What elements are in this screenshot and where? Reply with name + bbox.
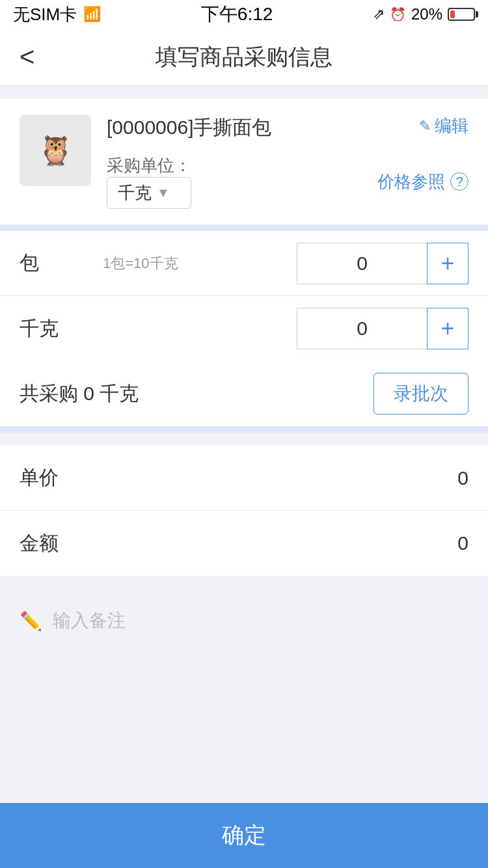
bag-plus-button[interactable]: + (427, 243, 468, 284)
product-thumbnail: 🦉 (20, 115, 91, 186)
edit-button[interactable]: ✎ 编辑 (419, 115, 468, 137)
kg-label: 千克 (20, 316, 98, 342)
product-name: [0000006]手撕面包 (107, 115, 419, 141)
summary-text: 共采购 0 千克 (20, 381, 139, 407)
price-reference-button[interactable]: 价格参照 ? (377, 170, 468, 193)
battery-icon (448, 8, 475, 21)
bag-quantity-input[interactable] (297, 243, 427, 284)
status-left: 无SIM卡 📶 (13, 3, 101, 26)
battery-percent: 20% (411, 5, 442, 23)
amount-value: 0 (457, 532, 468, 554)
nav-bar: < 填写商品采购信息 (0, 29, 488, 86)
section-divider-1 (0, 224, 488, 231)
product-unit-row: 采购单位： 千克 ▼ 价格参照 ? (107, 154, 468, 209)
section-divider-2 (0, 426, 488, 433)
remark-section[interactable]: ✏️ 输入备注 (0, 589, 488, 653)
edit-label: 编辑 (435, 115, 468, 137)
bag-label: 包 (20, 250, 98, 277)
unit-price-value: 0 (457, 467, 468, 489)
product-logo-icon: 🦉 (38, 133, 74, 167)
status-time: 下午6:12 (201, 2, 273, 27)
status-right: ⇗ ⏰ 20% (373, 5, 475, 23)
battery-fill (450, 10, 455, 18)
wifi-icon: 📶 (83, 6, 101, 23)
kg-quantity-input[interactable] (297, 308, 427, 349)
plus-icon-2: + (441, 315, 454, 342)
summary-row: 共采购 0 千克 录批次 (0, 361, 488, 426)
location-icon: ⇗ (373, 6, 385, 23)
bag-input-right: + (297, 243, 468, 284)
kg-input-row: 千克 + (0, 296, 488, 361)
back-button[interactable]: < (20, 42, 34, 72)
unit-label: 采购单位： 千克 ▼ (107, 154, 191, 209)
price-section: 单价 0 金额 0 (0, 446, 488, 576)
amount-row: 金额 0 (0, 511, 488, 576)
bag-sublabel: 1包=10千克 (103, 254, 178, 273)
kg-input-right: + (297, 308, 468, 349)
help-icon: ? (450, 172, 468, 191)
edit-icon: ✎ (419, 118, 431, 135)
unit-price-label: 单价 (20, 465, 59, 491)
pencil-icon: ✏️ (20, 610, 42, 632)
alarm-icon: ⏰ (390, 7, 406, 22)
remark-placeholder: 输入备注 (53, 608, 126, 633)
dropdown-arrow-icon: ▼ (157, 185, 170, 200)
product-card: 🦉 [0000006]手撕面包 ✎ 编辑 采购单位： 千克 ▼ 价格参照 ? (0, 99, 488, 224)
product-header: [0000006]手撕面包 ✎ 编辑 (107, 115, 468, 141)
confirm-button-label: 确定 (222, 821, 266, 850)
bag-input-row: 包 1包=10千克 + (0, 231, 488, 296)
quantity-section: 包 1包=10千克 + 千克 + (0, 231, 488, 361)
unit-select-dropdown[interactable]: 千克 ▼ (107, 177, 191, 209)
unit-value: 千克 (118, 182, 152, 204)
confirm-button[interactable]: 确定 (0, 803, 488, 868)
amount-label: 金额 (20, 530, 59, 557)
plus-icon: + (441, 250, 454, 277)
product-info: [0000006]手撕面包 ✎ 编辑 采购单位： 千克 ▼ 价格参照 ? (107, 115, 468, 209)
status-bar: 无SIM卡 📶 下午6:12 ⇗ ⏰ 20% (0, 0, 488, 29)
kg-plus-button[interactable]: + (427, 308, 468, 349)
price-ref-label: 价格参照 (377, 170, 445, 193)
page-title: 填写商品采购信息 (156, 42, 332, 72)
unit-price-row: 单价 0 (0, 446, 488, 511)
batch-button[interactable]: 录批次 (373, 373, 468, 414)
carrier-label: 无SIM卡 (13, 3, 77, 26)
